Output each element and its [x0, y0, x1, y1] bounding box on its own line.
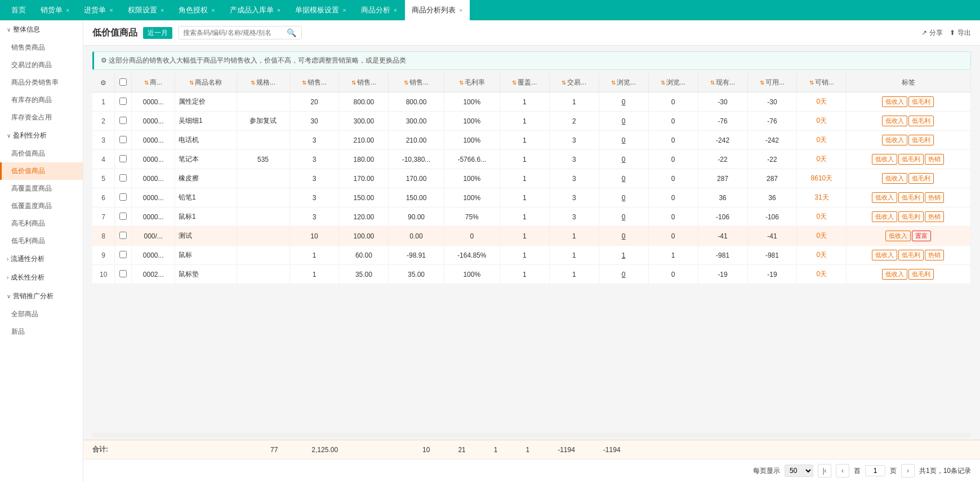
- row-checkbox[interactable]: [119, 174, 127, 182]
- nav-goods-analysis-list[interactable]: 商品分析列表 ×: [405, 0, 469, 20]
- nav-product-stock[interactable]: 产成品入库单 ×: [223, 0, 287, 20]
- close-icon[interactable]: ×: [342, 7, 346, 14]
- export-button[interactable]: ⬆ 导出: [950, 28, 971, 38]
- cell-avg: 90.00: [389, 207, 444, 227]
- nav-sales[interactable]: 销货单 ×: [34, 0, 76, 20]
- sidebar-item-low-value[interactable]: 低价值商品: [0, 162, 83, 180]
- close-icon[interactable]: ×: [66, 7, 69, 14]
- row-checkbox[interactable]: [119, 232, 127, 239]
- nav-goods-analysis[interactable]: 商品分析 ×: [354, 0, 404, 20]
- close-icon[interactable]: ×: [459, 7, 462, 14]
- close-icon[interactable]: ×: [161, 7, 164, 14]
- cell-tags: 低收入低毛利: [847, 112, 971, 131]
- cell-checkbox[interactable]: [115, 92, 132, 112]
- cell-checkbox[interactable]: [115, 150, 132, 169]
- cell-current: -30: [698, 92, 747, 112]
- cell-checkbox[interactable]: [115, 265, 132, 284]
- th-income: ⇅销售...: [339, 73, 389, 92]
- row-checkbox[interactable]: [119, 193, 127, 201]
- cell-view1[interactable]: 0: [599, 112, 648, 131]
- cell-coverage: 1: [500, 188, 549, 207]
- cell-trade: 1: [549, 227, 599, 246]
- tag: 低毛利: [908, 269, 934, 280]
- cell-name: 笔记本: [175, 150, 237, 169]
- sidebar-item-stock-goods[interactable]: 有库存的商品: [0, 91, 83, 109]
- cell-view1[interactable]: 0: [599, 227, 648, 246]
- th-checkbox[interactable]: [115, 73, 132, 92]
- cell-view1[interactable]: 1: [599, 246, 648, 265]
- search-icon[interactable]: 🔍: [287, 28, 296, 37]
- close-icon[interactable]: ×: [211, 7, 215, 14]
- cell-checkbox[interactable]: [115, 207, 132, 227]
- cell-checkbox[interactable]: [115, 169, 132, 188]
- cell-income: 300.00: [339, 112, 389, 131]
- sidebar-group-marketing[interactable]: ∨ 营销推广分析: [0, 287, 83, 306]
- sidebar-item-stock-capital[interactable]: 库存资金占用: [0, 109, 83, 126]
- th-tags: 标签: [847, 73, 971, 92]
- sidebar-item-sales-goods[interactable]: 销售类商品: [0, 39, 83, 56]
- footer-qty: 77: [270, 446, 278, 454]
- sidebar-item-low-margin[interactable]: 低毛利商品: [0, 232, 83, 250]
- cell-checkbox[interactable]: [115, 227, 132, 246]
- nav-home[interactable]: 首页: [5, 0, 33, 20]
- nav-purchase[interactable]: 进货单 ×: [77, 0, 119, 20]
- th-settings[interactable]: ⚙: [92, 73, 115, 92]
- cell-view1[interactable]: 0: [599, 92, 648, 112]
- sidebar-item-new-goods[interactable]: 新品: [0, 323, 83, 341]
- close-icon[interactable]: ×: [109, 7, 113, 14]
- sidebar-item-traded-goods[interactable]: 交易过的商品: [0, 56, 83, 74]
- search-box[interactable]: 🔍: [178, 26, 302, 39]
- sidebar-group-flow[interactable]: › 流通性分析: [0, 250, 83, 268]
- cell-tags: 低收入低毛利: [847, 131, 971, 150]
- page-number-input[interactable]: [865, 465, 885, 476]
- nav-template[interactable]: 单据模板设置 ×: [288, 0, 353, 20]
- cell-available: -981: [747, 246, 797, 265]
- row-checkbox[interactable]: [119, 98, 127, 105]
- cell-view1[interactable]: 0: [599, 265, 648, 284]
- row-checkbox[interactable]: [119, 155, 127, 162]
- cell-coverage: 1: [500, 207, 549, 227]
- close-icon[interactable]: ×: [394, 7, 397, 14]
- sidebar-item-all-goods[interactable]: 全部商品: [0, 306, 83, 323]
- sidebar-item-high-value[interactable]: 高价值商品: [0, 145, 83, 162]
- cell-name: 吴细细1: [175, 112, 237, 131]
- prev-page-button[interactable]: ‹: [836, 464, 849, 477]
- share-button[interactable]: ↗ 分享: [921, 28, 943, 38]
- sidebar-item-high-margin[interactable]: 高毛利商品: [0, 215, 83, 232]
- nav-role[interactable]: 角色授权 ×: [172, 0, 221, 20]
- horizontal-scrollbar[interactable]: [92, 433, 971, 437]
- cell-current: -242: [698, 131, 747, 150]
- cell-view1[interactable]: 0: [599, 150, 648, 169]
- nav-permission[interactable]: 权限设置 ×: [121, 0, 171, 20]
- sidebar-item-high-coverage[interactable]: 高覆盖度商品: [0, 180, 83, 197]
- cell-checkbox[interactable]: [115, 112, 132, 131]
- sidebar-group-profit[interactable]: ∨ 盈利性分析: [0, 126, 83, 145]
- cell-checkbox[interactable]: [115, 131, 132, 150]
- period-tag[interactable]: 近一月: [143, 27, 172, 39]
- notice-icon: ⚙: [101, 56, 109, 64]
- select-all-checkbox[interactable]: [119, 78, 127, 86]
- search-input[interactable]: [183, 29, 284, 37]
- cell-view1[interactable]: 0: [599, 207, 648, 227]
- per-page-select[interactable]: 50 100 200: [785, 465, 813, 477]
- cell-margin: 0: [444, 227, 500, 246]
- sidebar-group-overall[interactable]: ∨ 整体信息: [0, 20, 83, 39]
- sidebar-item-category-rate[interactable]: 商品分类销售率: [0, 74, 83, 91]
- row-checkbox[interactable]: [119, 117, 127, 124]
- cell-view1[interactable]: 0: [599, 169, 648, 188]
- row-checkbox[interactable]: [119, 136, 127, 143]
- sidebar-group-growth[interactable]: › 成长性分析: [0, 268, 83, 287]
- cell-view1[interactable]: 0: [599, 188, 648, 207]
- row-checkbox[interactable]: [119, 213, 127, 220]
- cell-coverage: 1: [500, 92, 549, 112]
- cell-view1[interactable]: 0: [599, 131, 648, 150]
- next-page-button[interactable]: ›: [901, 464, 915, 477]
- cell-checkbox[interactable]: [115, 246, 132, 265]
- first-page-button[interactable]: |‹: [818, 464, 831, 477]
- sidebar-item-low-coverage[interactable]: 低覆盖度商品: [0, 197, 83, 215]
- tag: 低收入: [882, 116, 907, 126]
- row-checkbox[interactable]: [119, 251, 127, 258]
- close-icon[interactable]: ×: [277, 7, 280, 14]
- cell-checkbox[interactable]: [115, 188, 132, 207]
- row-checkbox[interactable]: [119, 270, 127, 277]
